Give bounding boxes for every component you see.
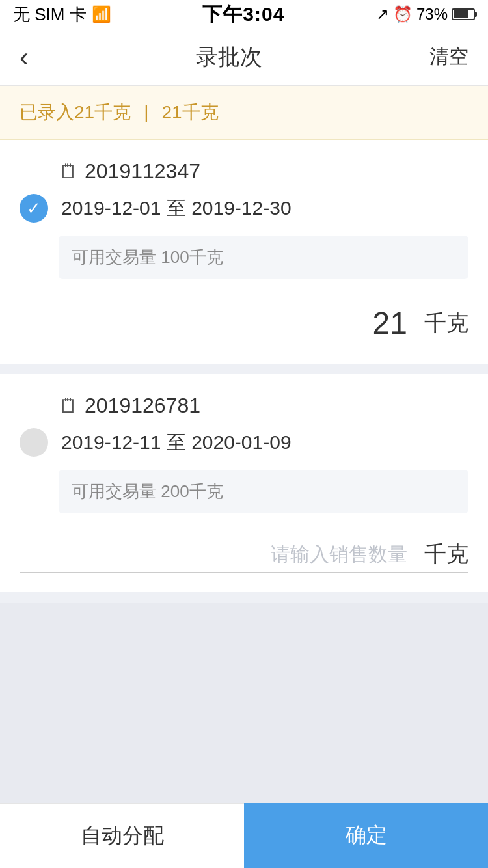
location-icon: ↗ [376,5,389,23]
main-content: 🗒 2019112347 ✓ 2019-12-01 至 2019-12-30 可… [0,140,488,857]
batch-item-2: 🗒 2019126781 2019-12-11 至 2020-01-09 可用交… [0,374,488,513]
time-display: 下午3:04 [202,1,284,28]
quantity-value-1[interactable]: 21 [373,305,407,341]
available-box-2: 可用交易量 200千克 [59,470,468,513]
alarm-icon: ⏰ [393,5,413,23]
batch-date-row-2[interactable]: 2019-12-11 至 2020-01-09 [20,428,468,457]
nav-bar: ‹ 录批次 清空 [0,29,488,86]
summary-banner: 已录入21千克 | 21千克 [0,86,488,140]
battery-text: 73% [416,5,448,23]
batch-id-text-1: 2019112347 [85,159,200,183]
section-divider-1 [0,364,488,374]
batch-card-1: 🗒 2019112347 ✓ 2019-12-01 至 2019-12-30 可… [0,140,488,364]
summary-label: 已录入21千克 [20,100,131,125]
batch-doc-icon-1: 🗒 [59,161,78,183]
batch-date-text-2: 2019-12-11 至 2020-01-09 [61,429,291,456]
carrier-text: 无 SIM 卡 [13,3,87,26]
batch-doc-icon-2: 🗒 [59,395,78,417]
available-box-1: 可用交易量 100千克 [59,236,468,279]
battery-icon [452,8,475,20]
quantity-underline-1 [20,344,468,344]
batch-item-1: 🗒 2019112347 ✓ 2019-12-01 至 2019-12-30 可… [0,140,488,279]
back-button[interactable]: ‹ [20,44,29,71]
check-icon-1: ✓ [27,198,41,219]
bottom-bar: 自动分配 确定 [0,803,488,868]
radio-unchecked-2[interactable] [20,428,48,457]
quantity-input-2[interactable]: 请输入销售数量 [271,541,407,568]
wifi-icon: 📶 [92,5,111,23]
batch-id-text-2: 2019126781 [85,394,200,418]
clear-button[interactable]: 清空 [429,44,468,70]
batch-date-row-1[interactable]: ✓ 2019-12-01 至 2019-12-30 [20,194,468,223]
batch-id-row-2: 🗒 2019126781 [59,394,468,418]
radio-checked-1[interactable]: ✓ [20,194,48,223]
summary-divider: | [144,102,148,123]
batch-id-row-1: 🗒 2019112347 [59,159,468,183]
status-bar-left: 无 SIM 卡 📶 [13,3,111,26]
confirm-button[interactable]: 确定 [244,803,488,868]
quantity-unit-1: 千克 [424,308,468,338]
input-underline-2 [20,572,468,573]
section-divider-2 [0,592,488,603]
status-bar: 无 SIM 卡 📶 下午3:04 ↗ ⏰ 73% [0,0,488,29]
page-title: 录批次 [196,42,262,72]
auto-distribute-button[interactable]: 自动分配 [0,803,244,868]
summary-value: 21千克 [161,100,218,125]
status-bar-right: ↗ ⏰ 73% [376,5,475,23]
quantity-unit-2: 千克 [424,539,468,569]
batch-date-text-1: 2019-12-01 至 2019-12-30 [61,195,291,222]
batch-card-2: 🗒 2019126781 2019-12-11 至 2020-01-09 可用交… [0,374,488,592]
